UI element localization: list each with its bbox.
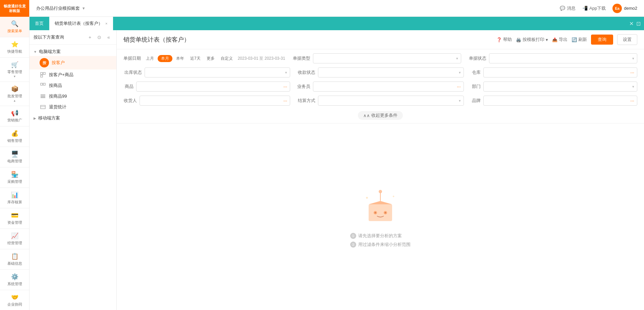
tree-item-by-goods-label: 按商品 <box>49 83 62 89</box>
tabs-bar: 首页 销货单统计表（按客户） × ✕ ⊡ <box>30 17 644 30</box>
out-status-control[interactable]: ▾ <box>145 67 290 78</box>
tree-item-by-goods99[interactable]: 按商品99 <box>30 91 116 102</box>
tab-sales-stat-label: 销货单统计表（按客户） <box>55 20 103 27</box>
tree-category-desktop-label: 电脑端方案 <box>39 49 61 55</box>
sidebar-item-search[interactable]: 🔍 搜索菜单 <box>0 17 29 37</box>
tree-item-by-goods[interactable]: 按商品 <box>30 80 116 91</box>
filter-warehouse: 仓库 ··· <box>471 67 637 78</box>
scheme-tree: ▼ 电脑端方案 按 按客户 按客户+商品 按商品 <box>30 45 116 310</box>
sidebar-item-system[interactable]: ⚙️ 系统管理 <box>0 270 29 290</box>
refresh-btn[interactable]: 🔄 刷新 <box>572 37 587 43</box>
brand-control[interactable]: ··· <box>483 96 637 106</box>
sidebar-item-quicknav[interactable]: ⭐ 快捷导航 <box>0 37 29 58</box>
scheme-edit-btn[interactable]: ⊙ <box>96 34 103 41</box>
sidebar-nav: 🔍 搜索菜单 ⭐ 快捷导航 🛒 零售管理 ▾ 📦 批发管理 ▴ 📢 营销推广 💰… <box>0 17 29 310</box>
print-btn[interactable]: 🖨️ 按模板打印 ▾ <box>516 37 548 43</box>
staff-control[interactable]: ··· <box>313 82 464 92</box>
date-btn-this-year[interactable]: 本年 <box>174 55 186 62</box>
svg-rect-3 <box>41 83 43 85</box>
svg-rect-7 <box>41 97 45 98</box>
sidebar-item-retail-label: 零售管理 <box>7 69 22 74</box>
tab-expand-btn[interactable]: ⊡ <box>636 20 641 27</box>
doc-status-control[interactable]: ▾ <box>489 53 637 63</box>
sidebar-item-finance-label: 资金管理 <box>7 220 22 225</box>
main-panel: 销货单统计表（按客户） ❓ 帮助 🖨️ 按模板打印 ▾ 📤 导出 <box>117 30 644 310</box>
scheme-add-btn[interactable]: + <box>86 34 94 41</box>
date-btn-this-month[interactable]: 本月 <box>158 55 172 62</box>
date-btn-more[interactable]: 更多 <box>204 55 217 62</box>
sidebar-item-inventory[interactable]: 📊 库存核算 <box>0 188 29 208</box>
date-buttons: 上月 本月 本年 近7天 更多 自定义 <box>144 55 235 62</box>
tab-close-icon[interactable]: × <box>105 21 107 25</box>
warehouse-control[interactable]: ··· <box>483 67 637 78</box>
tree-item-by-customer-goods[interactable]: 按客户+商品 <box>30 69 116 80</box>
query-btn[interactable]: 查询 <box>591 35 613 45</box>
filter-staff: 业务员 ··· <box>297 82 464 92</box>
sidebar-item-finance[interactable]: 💳 资金管理 <box>0 208 29 229</box>
svg-text:✦: ✦ <box>392 195 395 198</box>
sidebar-item-enterprise[interactable]: 🤝 企业协同 <box>0 290 29 310</box>
tree-category-mobile[interactable]: ▶ 移动端方案 <box>30 114 116 122</box>
svg-point-18 <box>379 190 382 193</box>
sidebar-item-sales[interactable]: 💰 销售管理 <box>0 126 29 147</box>
help-btn[interactable]: ❓ 帮助 <box>496 37 512 43</box>
date-btn-7days[interactable]: 近7天 <box>188 55 203 62</box>
svg-rect-0 <box>41 72 43 74</box>
sidebar-item-wholesale[interactable]: 📦 批发管理 ▴ <box>0 82 29 106</box>
sidebar-item-retail[interactable]: 🛒 零售管理 ▾ <box>0 58 29 82</box>
sidebar-item-purchase[interactable]: 🏪 采购管理 <box>0 167 29 188</box>
sidebar-item-basic[interactable]: 📋 基础信息 <box>0 249 29 270</box>
filter-row-3: 商品 ··· 业务员 ··· 部门 <box>117 80 644 94</box>
topbar-left: 办公用品行业模拟账套 ▾ <box>36 5 85 11</box>
svg-rect-2 <box>41 75 43 77</box>
industry-dropdown-icon[interactable]: ▾ <box>83 6 85 11</box>
tree-item-return-stat[interactable]: 退货统计 <box>30 102 116 112</box>
user-area[interactable]: Ea demo2 <box>612 4 637 13</box>
print-label: 按模板打印 <box>523 37 544 43</box>
date-btn-custom[interactable]: 自定义 <box>218 55 235 62</box>
settings-btn[interactable]: 设置 <box>617 34 637 45</box>
sidebar-item-operations-label: 经营管理 <box>7 241 22 246</box>
tree-category-desktop[interactable]: ▼ 电脑端方案 <box>30 47 116 56</box>
print-dropdown-icon: ▾ <box>546 37 548 42</box>
tree-item-by-customer[interactable]: 按 按客户 <box>30 56 116 69</box>
receiver-control[interactable]: ··· <box>140 96 290 106</box>
svg-rect-5 <box>41 95 45 95</box>
export-btn[interactable]: 📤 导出 <box>552 37 568 43</box>
tab-close-all-btn[interactable]: ✕ <box>629 20 634 27</box>
user-name[interactable]: demo2 <box>624 6 637 11</box>
staff-label: 业务员 <box>297 84 310 90</box>
goods-control[interactable]: ··· <box>136 82 290 92</box>
svg-text:✦: ✦ <box>365 196 369 200</box>
settle-control[interactable]: ▾ <box>318 96 464 106</box>
scheme-edit-icon: ⊙ <box>97 35 101 40</box>
enterprise-icon: 🤝 <box>11 294 18 301</box>
date-btn-last-month[interactable]: 上月 <box>144 55 156 62</box>
goods-dots: ··· <box>283 84 287 89</box>
sidebar-item-ecom[interactable]: 🖥️ 电商管理 <box>0 147 29 167</box>
settle-label: 结算方式 <box>297 98 315 104</box>
doc-type-control[interactable]: ▾ <box>313 53 461 63</box>
tab-home[interactable]: 首页 <box>30 17 49 30</box>
sidebar-item-marketing[interactable]: 📢 营销推广 <box>0 106 29 126</box>
collapse-btn[interactable]: ∧∧ 收起更多条件 <box>358 111 403 120</box>
tab-sales-stat[interactable]: 销货单统计表（按客户） × <box>49 17 113 30</box>
receipt-status-control[interactable]: ▾ <box>318 67 464 78</box>
filter-brand: 品牌 ··· <box>471 96 637 106</box>
receipt-status-label: 收款状态 <box>297 69 315 75</box>
filter-settle: 结算方式 ▾ <box>297 96 464 106</box>
dept-control[interactable]: ▾ <box>483 82 637 92</box>
svg-rect-8 <box>41 105 45 109</box>
main-area: 办公用品行业模拟账套 ▾ 💬 消息 📲 App下载 Ea demo2 首页 <box>30 0 644 310</box>
svg-marker-12 <box>380 201 392 204</box>
scheme-actions: + ⊙ « <box>86 34 112 41</box>
app-download-icon: 📲 <box>582 6 588 11</box>
scheme-collapse-btn[interactable]: « <box>105 34 112 41</box>
message-btn[interactable]: 💬 消息 <box>560 5 576 11</box>
sidebar-item-marketing-label: 营销推广 <box>7 118 22 123</box>
sidebar-item-operations[interactable]: 📈 经营管理 <box>0 229 29 249</box>
app-download-label: App下载 <box>589 5 606 11</box>
brand-label: 品牌 <box>471 98 481 104</box>
app-download-btn[interactable]: 📲 App下载 <box>582 5 606 11</box>
refresh-icon: 🔄 <box>572 37 577 42</box>
